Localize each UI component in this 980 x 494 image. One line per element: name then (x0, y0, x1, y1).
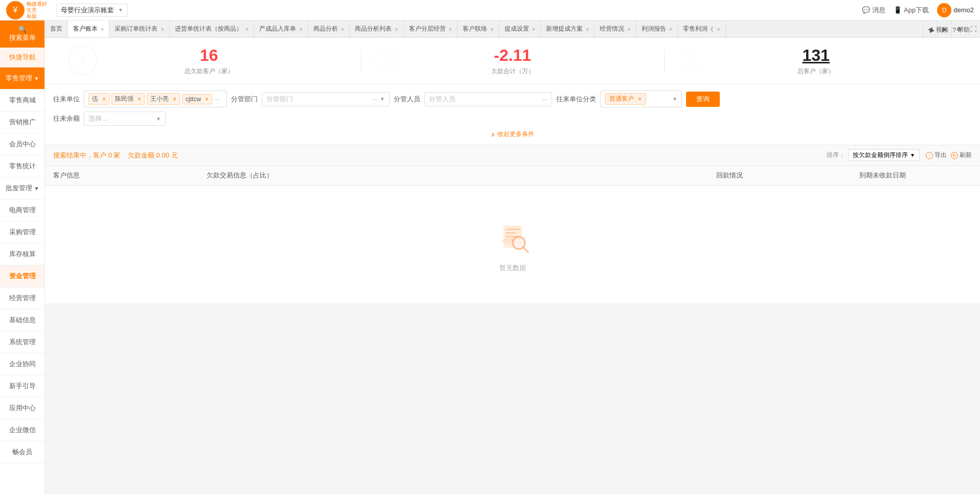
tab-product-analysis-list[interactable]: 商品分析列表 × (350, 20, 403, 38)
main-layout: 🔍 搜索菜单 快捷导航 零售管理 ▼ 零售商城 营销推广 会员中心 零售统计 批… (0, 20, 980, 494)
sidebar-item-member-vip[interactable]: 畅会员 (0, 441, 44, 463)
tab-inbound-stats-label: 进货单统计表（按商品） (175, 25, 242, 33)
app-download-button[interactable]: 📱 App下载 (894, 6, 929, 15)
filter-unit-class-select[interactable]: 普通客户 × ▼ (600, 91, 682, 107)
sidebar-item-new-guide[interactable]: 新手引导 (0, 375, 44, 397)
tab-ops-status[interactable]: 经营情况 × (595, 20, 636, 38)
tag-cjttcw-close[interactable]: × (205, 96, 209, 103)
sidebar: 🔍 搜索菜单 快捷导航 零售管理 ▼ 零售商城 营销推广 会员中心 零售统计 批… (0, 20, 45, 494)
tab-purchase-order-stats-close[interactable]: × (161, 26, 164, 32)
svg-rect-10 (693, 63, 696, 66)
user-profile[interactable]: D demo2 (937, 3, 974, 17)
tab-customer-segment[interactable]: 客户分层经营 × (404, 20, 458, 38)
sidebar-item-sys-mgmt[interactable]: 系统管理 (0, 331, 44, 353)
category-tag-close[interactable]: × (638, 96, 642, 103)
tab-ops-status-close[interactable]: × (627, 26, 630, 32)
capital-mgmt-label: 资金管理 (9, 272, 36, 280)
chevron-down-icon: ▼ (118, 7, 123, 13)
tab-customer-book[interactable]: 客户账本 × (68, 20, 109, 38)
filter-dept-select[interactable]: 分管部门 ··· ▼ (262, 92, 390, 106)
sidebar-item-member-center[interactable]: 会员中心 (0, 133, 44, 155)
stat-total-customers-value[interactable]: 131 (802, 46, 829, 65)
tag-chen-close[interactable]: × (138, 96, 141, 103)
tab-product-inbound[interactable]: 产成品入库单 × (254, 20, 308, 38)
sidebar-item-inventory[interactable]: 库存核算 (0, 243, 44, 265)
sidebar-item-capital-mgmt[interactable]: 资金管理 (0, 265, 44, 287)
filter-unit-label: 往来单位 (53, 95, 80, 104)
stat-credit-customers-value: 16 (200, 46, 218, 65)
tab-product-inbound-close[interactable]: × (299, 26, 302, 32)
refresh-icon: ↻ (951, 152, 958, 159)
svg-line-17 (523, 248, 528, 252)
sidebar-item-retail-mgmt[interactable]: 零售管理 ▼ (0, 68, 44, 89)
tab-purchase-order-stats[interactable]: 采购订单统计表 × (109, 20, 169, 38)
message-button[interactable]: 💬 消息 (862, 6, 885, 15)
filter-person-more[interactable]: ··· (542, 96, 548, 103)
tab-customer-segment-label: 客户分层经营 (409, 25, 446, 33)
filter-more-tags[interactable]: ··· (214, 96, 219, 103)
tab-add-raise-plan[interactable]: 新增提成方案 × (541, 20, 595, 38)
tab-add-raise-plan-close[interactable]: × (586, 26, 589, 32)
retail-stats-label: 零售统计 (9, 162, 36, 170)
sidebar-item-retail-stats[interactable]: 零售统计 (0, 155, 44, 177)
tab-retail-profit[interactable]: 零售利润（ × (678, 20, 725, 38)
filter-tag-wu: 伍 × (88, 93, 109, 105)
sidebar-item-basic-info[interactable]: 基础信息 (0, 309, 44, 331)
filter-dept-more[interactable]: ··· (373, 96, 378, 103)
sidebar-item-marketing[interactable]: 营销推广 (0, 111, 44, 133)
tab-customer-contact[interactable]: 客户联络 × (458, 20, 499, 38)
svg-rect-13 (506, 229, 520, 230)
sidebar-item-app-center[interactable]: 应用中心 (0, 397, 44, 419)
store-selector[interactable]: 母婴行业演示账套 ▼ (56, 4, 128, 17)
result-text: 搜索结果中，客户 0 家 欠款金额 0.00 元 (53, 151, 827, 160)
filter-balance-select[interactable]: 选择... ▼ (84, 111, 166, 126)
tab-inbound-stats[interactable]: 进货单统计表（按商品） × (170, 20, 254, 38)
tab-product-analysis[interactable]: 商品分析 × (308, 20, 350, 38)
filter-balance-label: 往来余额 (53, 114, 80, 123)
tab-customer-book-label: 客户账本 (73, 25, 98, 33)
tab-product-analysis-list-close[interactable]: × (395, 26, 398, 32)
sidebar-item-purchase-mgmt[interactable]: 采购管理 (0, 221, 44, 243)
tab-profit-report-close[interactable]: × (669, 26, 672, 32)
filter-balance-chevron: ▼ (156, 116, 161, 122)
tag-wang-close[interactable]: × (173, 96, 176, 103)
filter-unit-select[interactable]: 伍 × 陈民强 × 王小亮 × cjttcw × (84, 91, 227, 107)
sort-select[interactable]: 按欠款金额倒序排序 ▼ (848, 149, 920, 161)
refresh-label: 刷新 (960, 151, 972, 160)
export-button[interactable]: ↑ 导出 (926, 151, 947, 160)
svg-rect-14 (506, 232, 516, 234)
filter-dept-label: 分管部门 (231, 95, 258, 104)
tab-customer-segment-close[interactable]: × (449, 26, 452, 32)
sidebar-item-wholesale-mgmt[interactable]: 批发管理 ▼ (0, 177, 44, 199)
tab-product-inbound-label: 产成品入库单 (259, 25, 296, 33)
tab-inbound-stats-close[interactable]: × (245, 26, 248, 32)
sidebar-item-ops-mgmt[interactable]: 经营管理 (0, 287, 44, 309)
result-unit: 家 (113, 151, 120, 159)
filter-person-select[interactable]: 分管人员 ··· (424, 92, 552, 106)
svg-rect-7 (681, 53, 685, 56)
query-button[interactable]: 查询 (686, 92, 720, 107)
tab-retail-profit-close[interactable]: × (717, 26, 720, 32)
ops-mgmt-label: 经营管理 (9, 294, 36, 302)
tab-raise-settings[interactable]: 提成设置 × (499, 20, 541, 38)
collapse-button[interactable]: ∧ 收起更多条件 (491, 130, 534, 139)
sidebar-item-enterprise-wechat[interactable]: 企业微信 (0, 419, 44, 441)
tab-raise-settings-close[interactable]: × (532, 26, 535, 32)
sidebar-item-retail-mall[interactable]: 零售商城 (0, 89, 44, 111)
refresh-button[interactable]: ↻ 刷新 (951, 151, 972, 160)
tab-profit-report[interactable]: 利润报告 × (636, 20, 678, 38)
sidebar-quick-nav[interactable]: 快捷导航 (0, 48, 44, 68)
tab-customer-contact-close[interactable]: × (490, 26, 493, 32)
stats-bar: ▶ 视频 ? 帮助 ¥ 16 (45, 38, 980, 84)
tab-customer-book-close[interactable]: × (101, 26, 104, 32)
sidebar-item-ecommerce[interactable]: 电商管理 (0, 199, 44, 221)
sidebar-item-enterprise-collab[interactable]: 企业协同 (0, 353, 44, 375)
sidebar-search[interactable]: 🔍 搜索菜单 (0, 20, 44, 48)
tab-home[interactable]: 首页 (45, 20, 68, 38)
tag-wu-close[interactable]: × (102, 96, 106, 103)
filter-row-2: 往来余额 选择... ▼ (53, 111, 972, 126)
filter-bar: 往来单位 伍 × 陈民强 × 王小亮 × (45, 84, 980, 145)
chevron-icon: ▼ (34, 76, 39, 81)
tab-product-analysis-close[interactable]: × (341, 26, 344, 32)
sys-mgmt-label: 系统管理 (9, 338, 36, 346)
